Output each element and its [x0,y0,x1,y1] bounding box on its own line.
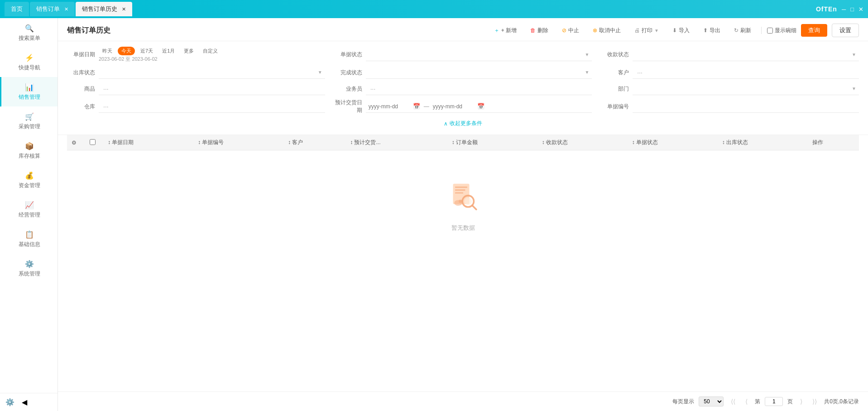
per-page-select[interactable]: 50 100 200 [699,396,724,406]
customer-ellipsis[interactable]: ··· [637,69,643,76]
customer-control[interactable]: ··· [633,66,859,79]
out-status-control[interactable]: ▼ [99,66,325,79]
th-delivery-date[interactable]: ↕ 预计交货... [345,135,447,150]
window-close[interactable]: ✕ [858,6,863,13]
export-button[interactable]: ⬆ 导出 [699,25,725,36]
date-tag-1month[interactable]: 近1月 [158,47,178,55]
cancel-stop-button[interactable]: ⊗ 取消中止 [588,25,625,36]
last-page-btn[interactable]: ⟩⟩ [810,397,820,406]
sidebar-item-inventory[interactable]: 📦 库存核算 [0,136,58,165]
order-status-label: 单据状态 [334,51,366,58]
delete-label: 删除 [537,27,548,34]
th-checkbox [85,135,103,150]
tab-sales-order-history-close[interactable]: ✕ [122,6,126,12]
warehouse-control[interactable]: ··· [99,100,325,113]
refresh-button[interactable]: ↻ 刷新 [729,25,756,36]
inventory-icon: 📦 [25,141,34,150]
delete-button[interactable]: 🗑 删除 [526,25,553,36]
sidebar-item-basic[interactable]: 📋 基础信息 [0,224,58,254]
empty-illustration [443,178,484,218]
th-customer[interactable]: ↕ 客户 [283,135,345,150]
window-maximize[interactable]: □ [850,6,854,13]
sidebar-item-finance[interactable]: 💰 资金管理 [0,165,58,195]
date-tag-yesterday[interactable]: 昨天 [99,47,116,55]
th-date[interactable]: ↕ 单据日期 [103,135,193,150]
date-tag-custom[interactable]: 自定义 [199,47,221,55]
order-status-arrow: ▼ [585,52,589,57]
date-tag-7days[interactable]: 近7天 [137,47,157,55]
filter-order-no: 单据编号 [601,99,859,114]
th-amount[interactable]: ↕ 订单金额 [447,135,537,150]
filter-complete-status: 完成状态 ▼ [334,66,592,79]
filter-customer: 客户 ··· [601,66,859,79]
delivery-date-control[interactable]: 📅 — 📅 [366,100,592,113]
order-status-control[interactable]: ▼ [366,48,592,61]
query-button[interactable]: 查询 [801,24,827,37]
print-button[interactable]: 🖨 打印 ▼ [630,25,663,36]
per-page-label: 每页显示 [672,398,694,406]
sidebar-item-purchase-label: 采购管理 [19,123,40,131]
dept-control[interactable]: ▼ [633,82,859,95]
toolbar-divider [761,27,762,34]
dept-label: 部门 [601,85,633,93]
goods-control[interactable]: ··· [99,82,325,95]
salesman-ellipsis[interactable]: ··· [370,85,376,92]
sidebar-item-sales[interactable]: 📊 销售管理 [0,77,58,106]
th-out-status[interactable]: ↕ 出库状态 [718,135,808,150]
prev-page-btn[interactable]: ⟨ [743,397,750,406]
sidebar-item-system[interactable]: ⚙️ 系统管理 [0,254,58,283]
sidebar-item-quick-nav[interactable]: ⚡ 快捷导航 [0,48,58,77]
next-page-btn[interactable]: ⟩ [797,397,805,406]
sidebar-settings-icon[interactable]: ⚙️ [5,398,14,406]
sidebar-collapse-icon[interactable]: ◀ [22,398,27,406]
th-order-status[interactable]: ↕ 单据状态 [628,135,718,150]
out-status-label: 出库状态 [67,69,99,77]
complete-status-control[interactable]: ▼ [366,66,592,79]
date-tag-today[interactable]: 今天 [118,47,135,55]
tab-home[interactable]: 首页 [5,2,29,16]
filter-row-3: 商品 ··· 业务员 ··· 部门 ▼ [67,82,859,95]
new-button[interactable]: ＋ + 新增 [489,25,521,36]
goods-label: 商品 [67,85,99,93]
page-input[interactable] [765,397,783,406]
calendar-icon-from[interactable]: 📅 [413,103,420,110]
window-minimize[interactable]: ─ [842,6,846,13]
operation-icon: 📈 [25,200,34,209]
tab-sales-order-close[interactable]: ✕ [64,6,68,12]
table-footer: 每页显示 50 100 200 ⟨⟨ ⟨ 第 页 ⟩ ⟩⟩ 共0页,0条记录 [58,392,868,411]
tab-sales-order[interactable]: 销售订单 ✕ [30,2,75,16]
collapse-btn[interactable]: ∧ 收起更多条件 [67,118,859,129]
th-settings[interactable]: ⚙ [67,135,85,150]
salesman-control[interactable]: ··· [366,82,592,95]
calendar-icon-to[interactable]: 📅 [477,103,484,110]
first-page-btn[interactable]: ⟨⟨ [728,397,738,406]
tab-home-label: 首页 [11,5,23,13]
display-cols-checkbox[interactable]: 显示碗细 [767,27,796,34]
settings-button[interactable]: 设置 [832,24,859,37]
goods-ellipsis[interactable]: ··· [103,85,109,92]
search-menu-icon: 🔍 [25,24,34,33]
stop-button[interactable]: ⊘ 中止 [557,25,584,36]
date-tag-more[interactable]: 更多 [180,47,197,55]
sidebar-item-operation[interactable]: 📈 经营管理 [0,195,58,224]
stop-label: 中止 [568,27,579,34]
tab-sales-order-history[interactable]: 销售订单历史 ✕ [76,2,132,16]
th-order-no[interactable]: ↕ 单据编号 [193,135,283,150]
refresh-label: 刷新 [740,27,751,34]
app-body: 🔍 搜索菜单 ⚡ 快捷导航 📊 销售管理 🛒 采购管理 📦 库存核算 💰 资金管… [0,18,868,411]
import-button[interactable]: ⬇ 导入 [668,25,694,36]
sidebar-item-search-menu[interactable]: 🔍 搜索菜单 [0,18,58,48]
order-no-control[interactable] [633,100,859,113]
date-tag-row: 昨天 今天 近7天 近1月 更多 自定义 [99,47,325,55]
pay-status-control[interactable]: ▼ [633,48,859,61]
delivery-date-from-input[interactable] [369,103,409,110]
select-all-checkbox[interactable] [90,139,96,145]
th-pay-status[interactable]: ↕ 收款状态 [537,135,628,150]
sidebar-item-purchase[interactable]: 🛒 采购管理 [0,106,58,136]
delivery-date-to-input[interactable] [433,103,474,110]
pay-status-label: 收款状态 [601,51,633,58]
stop-icon: ⊘ [562,27,566,34]
display-cols-input[interactable] [767,28,773,34]
quick-nav-icon: ⚡ [25,53,34,62]
warehouse-ellipsis[interactable]: ··· [103,103,109,110]
